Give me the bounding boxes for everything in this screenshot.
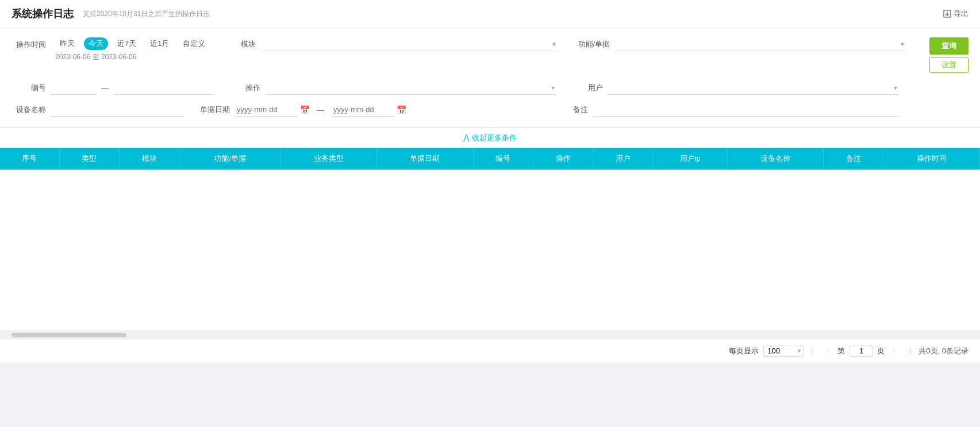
calendar-to-icon[interactable]: 📅 (397, 105, 406, 114)
col-module: 模块 (120, 148, 179, 170)
number-from-input[interactable] (51, 81, 97, 95)
module-input[interactable] (260, 37, 558, 51)
op-time-label: 操作时间 (11, 40, 46, 50)
user-input[interactable] (608, 81, 900, 95)
date-range-text: 2023-06-06 至 2023-06-06 (55, 52, 210, 62)
function-select-wrapper: ▾ (614, 37, 906, 51)
function-input[interactable] (614, 37, 906, 51)
remark-label: 备注 (554, 105, 588, 115)
pagination-bar: 每页显示 100 50 200 ▾ ⟨ 〈 第 页 〉 ⟩ 共0页, 0条记录 (0, 338, 980, 363)
device-label: 设备名称 (11, 105, 46, 115)
device-input[interactable] (51, 103, 184, 117)
date-btn-yesterday[interactable]: 昨天 (55, 37, 79, 50)
next-page-button[interactable]: 〉 (889, 346, 902, 356)
col-biz-type: 业务类型 (280, 148, 376, 170)
collapse-icon: ⋀ (463, 133, 470, 142)
page-header: 系统操作日志 支持2020年10月31日之后产生的操作日志 导出 (0, 0, 980, 28)
page-title: 系统操作日志 (11, 7, 74, 21)
col-number: 编号 (473, 148, 533, 170)
per-page-label: 每页显示 (729, 346, 759, 356)
operation-select-wrapper: ▾ (265, 81, 557, 95)
page-label: 第 (837, 346, 845, 356)
page-number-input[interactable] (850, 345, 873, 357)
scrollbar-area[interactable] (0, 330, 980, 338)
last-page-button[interactable]: ⟩ (906, 346, 914, 356)
first-page-button[interactable]: ⟨ (808, 346, 816, 356)
col-op-time: 操作时间 (883, 148, 980, 170)
date-btn-7days[interactable]: 近7天 (113, 37, 141, 50)
doc-date-label: 单据日期 (195, 105, 230, 115)
page-size-select[interactable]: 100 50 200 (763, 345, 804, 357)
collapse-bar[interactable]: ⋀ 收起更多条件 (0, 128, 980, 148)
col-user: 用户 (593, 148, 653, 170)
user-select-wrapper: ▾ (608, 81, 900, 95)
export-icon (943, 10, 951, 18)
calendar-from-icon[interactable]: 📅 (300, 105, 310, 114)
remark-input[interactable] (593, 103, 900, 117)
action-buttons: 查询 设置 (929, 37, 969, 73)
total-info: 共0页, 0条记录 (918, 346, 969, 356)
number-label: 编号 (11, 83, 46, 93)
export-label: 导出 (954, 9, 969, 19)
empty-area (0, 170, 980, 330)
date-btn-1month[interactable]: 近1月 (145, 37, 174, 50)
scrollbar-thumb[interactable] (11, 333, 126, 337)
number-dash: — (101, 84, 109, 93)
table-header: 序号 类型 模块 功能/单据 业务类型 单据日期 编号 操作 用户 用户ip 设… (0, 148, 980, 170)
col-function: 功能/单据 (179, 148, 280, 170)
table-container: 序号 类型 模块 功能/单据 业务类型 单据日期 编号 操作 用户 用户ip 设… (0, 148, 980, 330)
doc-date-from-group: 📅 — 📅 (235, 103, 542, 117)
date-to-input[interactable] (331, 103, 394, 117)
export-button[interactable]: 导出 (943, 9, 969, 19)
operation-label: 操作 (226, 83, 260, 93)
page-subtitle: 支持2020年10月31日之后产生的操作日志 (83, 9, 210, 19)
date-from-input[interactable] (235, 103, 298, 117)
col-device: 设备名称 (727, 148, 823, 170)
date-range-dash: — (317, 106, 324, 114)
filter-area: 操作时间 昨天 今天 近7天 近1月 自定义 2023-06-06 至 2023… (0, 28, 980, 128)
prev-page-button[interactable]: 〈 (820, 346, 833, 356)
module-select-wrapper: ▾ (260, 37, 558, 51)
col-operation: 操作 (533, 148, 593, 170)
user-label: 用户 (568, 83, 603, 93)
date-btn-today[interactable]: 今天 (84, 37, 108, 50)
col-user-ip: 用户ip (653, 148, 727, 170)
page-size-wrapper: 100 50 200 ▾ (763, 345, 804, 357)
date-shortcuts: 昨天 今天 近7天 近1月 自定义 (55, 37, 210, 50)
module-label: 模块 (221, 39, 256, 49)
data-table: 序号 类型 模块 功能/单据 业务类型 单据日期 编号 操作 用户 用户ip 设… (0, 148, 980, 170)
number-to-input[interactable] (113, 81, 214, 95)
collapse-label: 收起更多条件 (472, 133, 517, 142)
page-suffix: 页 (877, 346, 885, 356)
col-type: 类型 (59, 148, 119, 170)
operation-input[interactable] (265, 81, 557, 95)
col-index: 序号 (0, 148, 59, 170)
col-remark: 备注 (824, 148, 883, 170)
date-btn-custom[interactable]: 自定义 (178, 37, 210, 50)
query-button[interactable]: 查询 (929, 37, 969, 55)
col-doc-date: 单据日期 (377, 148, 473, 170)
settings-button[interactable]: 设置 (929, 57, 969, 73)
function-label: 功能/单据 (570, 39, 610, 49)
